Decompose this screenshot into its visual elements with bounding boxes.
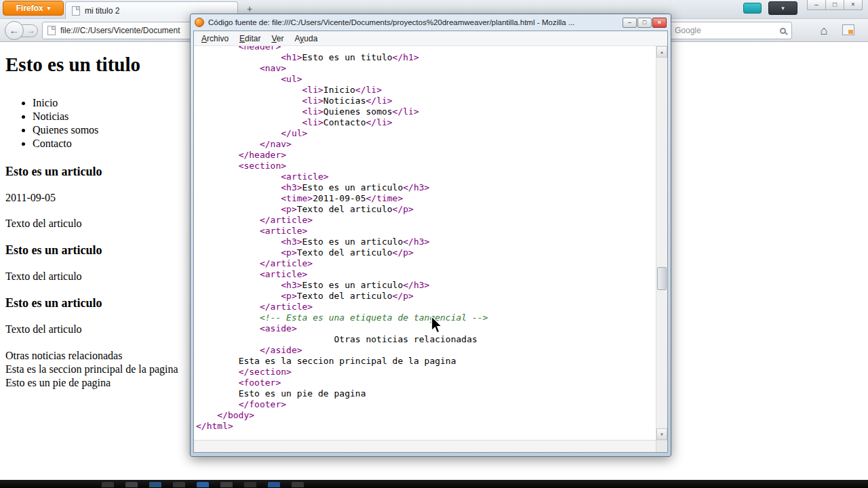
code-line: <footer> [196,378,656,388]
code-line: <time>2011-09-05</time> [196,193,656,204]
menu-archivo[interactable]: Archivo [196,32,234,45]
code-line: </nav> [196,139,656,150]
resize-grip[interactable] [656,441,667,452]
code-line: <header> [196,46,656,52]
code-line: </article> [196,215,656,226]
code-line: <h3>Esto es un articulo</h3> [196,280,656,291]
taskbar-icon[interactable] [220,482,233,487]
view-source-window: Código fuente de: file:///C:/Users/Vicen… [190,14,671,457]
code-line: </footer> [196,399,656,410]
firefox-menu-button[interactable]: Firefox ▾ [3,1,64,16]
code-line: <p>Texto del articulo</p> [196,247,656,258]
code-line: </ul> [196,128,656,139]
code-line: <aside> [196,323,656,334]
taskbar[interactable] [0,480,868,488]
window-controls: – □ × [808,0,863,10]
close-button[interactable]: × [652,18,667,28]
source-view: <header> <h1>Esto es un titulo</h1> <nav… [194,46,667,440]
home-button[interactable]: ⌂ [816,23,832,38]
code-line: <p>Texto del articulo</p> [196,291,656,302]
code-line: <li>Inicio</li> [196,85,656,96]
taskbar-icon[interactable] [292,482,304,487]
code-line: <h3>Esto es un articulo</h3> [196,237,656,247]
code-line: </section> [196,367,656,378]
code-line: <h1>Esto es un titulo</h1> [196,52,656,63]
back-button[interactable]: ← [5,21,24,40]
taskbar-icon[interactable] [244,482,256,487]
scrollbar-thumb[interactable] [657,267,667,290]
taskbar-icon[interactable] [197,482,209,487]
taskbar-icon[interactable] [173,482,185,487]
code-line: <nav> [196,63,656,74]
window-controls: – □ × [623,18,667,28]
firefox-button-label: Firefox [16,3,43,13]
code-line: <li>Quienes somos</li> [196,106,656,117]
code-line: <p>Texto del articulo</p> [196,204,656,215]
code-line: </article> [196,258,656,269]
code-line: </html> [196,421,656,432]
code-line: <ul> [196,74,656,85]
screen: Firefox ▾ mi titulo 2 + ▾ – □ × ← → file… [0,0,868,488]
bookmarks-icon[interactable] [842,24,854,35]
page-favicon-icon [72,6,80,16]
code-line: <article> [196,269,656,280]
code-line: Esta es la seccion principal de la pagin… [196,356,656,367]
code-line: <article> [196,171,656,182]
code-line: </aside> [196,345,656,356]
code-line: <h3>Esto es un articulo</h3> [196,182,656,193]
code-line: Esto es un pie de pagina [196,388,656,399]
search-icon[interactable] [780,28,786,34]
tab-title: mi titulo 2 [85,6,119,16]
close-button[interactable]: × [844,0,863,10]
list-all-tabs-button[interactable]: ▾ [768,1,797,15]
tab-groups-icon[interactable] [743,3,762,14]
taskbar-icon[interactable] [125,482,138,487]
code-line: <li>Noticias</li> [196,96,656,106]
menu-ayuda[interactable]: Ayuda [290,32,323,45]
page-icon [47,26,56,35]
search-input[interactable]: Google [669,22,792,39]
maximize-button[interactable]: □ [637,18,652,28]
status-bar [194,440,667,452]
menu-bar: ArchivoEditarVerAyuda [194,31,667,46]
maximize-button[interactable]: □ [825,0,844,10]
code-line: <section> [196,161,656,171]
window-body: ArchivoEditarVerAyuda <header> <h1>Esto … [193,30,668,453]
code-line: Otras noticias relacionadas [196,334,656,345]
menu-ver[interactable]: Ver [266,32,289,45]
mouse-cursor-icon [431,316,443,334]
chevron-down-icon: ▾ [781,5,785,12]
minimize-button[interactable]: – [807,0,826,10]
window-titlebar[interactable]: Código fuente de: file:///C:/Users/Vicen… [193,14,668,30]
code-line: <!-- Esta es una etiqueta de tangencial … [196,312,656,323]
url-text: file:///C:/Users/Vicente/Document [60,26,180,35]
forward-arrow-icon: → [27,26,35,35]
menu-editar[interactable]: Editar [234,32,266,45]
taskbar-icon[interactable] [149,482,161,487]
minimize-button[interactable]: – [623,18,637,28]
code-line: <li>Contacto</li> [196,117,656,128]
scroll-down-button[interactable]: ▼ [656,428,667,440]
code-line: <article> [196,226,656,237]
code-line: </header> [196,150,656,161]
window-title: Código fuente de: file:///C:/Users/Vicen… [208,18,618,26]
search-placeholder: Google [675,26,780,35]
code-line: </article> [196,302,656,312]
taskbar-icon[interactable] [268,482,280,487]
scroll-up-button[interactable]: ▲ [656,46,667,58]
chevron-down-icon: ▾ [47,5,51,12]
code-line: </body> [196,410,656,421]
back-arrow-icon: ← [9,24,20,36]
source-code[interactable]: <header> <h1>Esto es un titulo</h1> <nav… [194,46,656,440]
taskbar-icon[interactable] [102,482,114,487]
firefox-icon [195,18,204,27]
vertical-scrollbar[interactable]: ▲ ▼ [656,46,667,440]
